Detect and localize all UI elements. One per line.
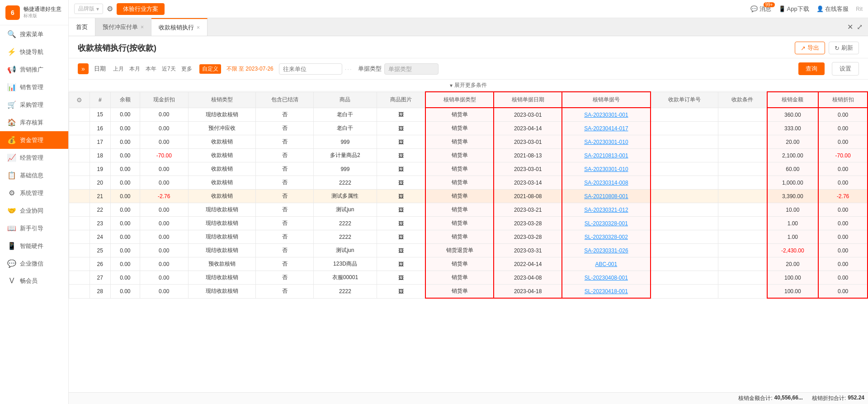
sidebar-item-智能硬件[interactable]: 📱智能硬件	[0, 237, 68, 255]
cell-writeoff-type: 现结收款核销	[188, 217, 255, 230]
cell-amount: 360.00	[767, 108, 819, 122]
filter-bar: » 日期 上月本月本年近7天更多 自定义 不限 至 2023-07-26 ···…	[69, 58, 868, 80]
col-settings[interactable]: ⚙	[69, 92, 90, 108]
cell-discount: 0.00	[818, 257, 868, 271]
sidebar-item-营销推广[interactable]: 📢营销推广	[0, 61, 68, 78]
query-button[interactable]: 查询	[798, 62, 825, 75]
cell-product: 2222	[314, 217, 377, 230]
tab-prepay[interactable]: 预付冲应付单 ×	[95, 18, 151, 36]
cell-doc-no[interactable]: SL-20230328-001	[562, 217, 651, 230]
sidebar-item-库存核算[interactable]: 🏠库存核算	[0, 114, 68, 131]
tab-writeoff[interactable]: 收款核销执行 ×	[151, 18, 208, 36]
solution-button[interactable]: 体验行业方案	[117, 3, 165, 15]
cell-doc-no[interactable]: SA-20230321-012	[562, 203, 651, 217]
cell-payment-cond	[718, 203, 767, 217]
cell-doc-type: 销货单	[425, 149, 494, 162]
doctype-select[interactable]: 单据类型	[384, 63, 439, 75]
cell-product: 999	[314, 162, 377, 176]
cell-balance: 0.00	[110, 135, 140, 149]
online-service-link[interactable]: 👤 在线客服	[816, 5, 849, 13]
sidebar-item-销售管理[interactable]: 📊销售管理	[0, 78, 68, 96]
cell-payment-cond	[718, 176, 767, 190]
cell-amount: 1.00	[767, 230, 819, 244]
sidebar-item-企业协同[interactable]: 🤝企业协同	[0, 202, 68, 219]
footer-discount-value: 952.24	[848, 394, 864, 402]
cell-discount: 0.00	[818, 271, 868, 285]
cell-payment-cond	[718, 285, 767, 299]
cell-doc-no[interactable]: ABC-001	[562, 257, 651, 271]
date-link-3[interactable]: 近7天	[160, 64, 178, 74]
sidebar-item-经营管理[interactable]: 📈经营管理	[0, 149, 68, 166]
expand-more-button[interactable]: ▾ 展开更多条件	[450, 81, 487, 89]
cell-cash-discount: 0.00	[140, 162, 188, 176]
sidebar-label-3: 销售管理	[20, 83, 43, 91]
date-link-2[interactable]: 本年	[144, 64, 158, 74]
tab-close-prepay[interactable]: ×	[141, 24, 144, 30]
cell-payment-cond	[718, 217, 767, 230]
cell-doc-no[interactable]: SL-20230328-002	[562, 230, 651, 244]
tab-home[interactable]: 首页	[69, 18, 95, 36]
cell-id: 18	[90, 149, 110, 162]
cell-doc-no[interactable]: SA-20210813-001	[562, 149, 651, 162]
date-link-1[interactable]: 本月	[127, 64, 142, 74]
footer-amount-value: 40,556,66...	[774, 394, 803, 402]
cell-doc-no[interactable]: SA-20230414-017	[562, 122, 651, 135]
cell-doc-no[interactable]: SL-20230418-001	[562, 285, 651, 299]
cell-discount: 0.00	[818, 135, 868, 149]
topbar-settings-icon[interactable]: ⚙	[107, 5, 113, 13]
refresh-button[interactable]: ↻ 刷新	[829, 42, 859, 54]
cell-include-cleared: 否	[255, 135, 313, 149]
refresh-icon: ↻	[835, 45, 840, 52]
col-header-1: 现金折扣	[140, 92, 188, 108]
cell-balance: 0.00	[110, 257, 140, 271]
chevron-down-icon: ▾	[96, 6, 99, 12]
cell-doc-date: 2023-03-01	[494, 162, 562, 176]
col-header-8: 核销单据号	[562, 92, 651, 108]
cell-doc-no[interactable]: SA-20210808-001	[562, 190, 651, 203]
sidebar-item-搜索菜单[interactable]: 🔍搜索菜单	[0, 25, 68, 43]
sidebar-icon-2: 📢	[7, 65, 16, 74]
cell-payment-cond	[718, 108, 767, 122]
cell-payment-cond	[718, 244, 767, 257]
table-row: 200.000.00收款核销否2222🖼销货单2023-03-14SA-2023…	[69, 176, 868, 190]
cell-discount: 0.00	[818, 244, 868, 257]
cell-doc-type: 销货单	[425, 285, 494, 299]
col-header-0: 余额	[110, 92, 140, 108]
sidebar-item-企业微信[interactable]: 💬企业微信	[0, 255, 68, 272]
custom-date-link[interactable]: 自定义	[199, 64, 221, 74]
sidebar-label-12: 智能硬件	[20, 242, 43, 250]
partner-input[interactable]	[279, 63, 342, 75]
cell-amount: 20.00	[767, 257, 819, 271]
sidebar-item-快捷导航[interactable]: ⚡快捷导航	[0, 43, 68, 61]
cell-doc-no[interactable]: SA-20230301-010	[562, 135, 651, 149]
cell-rownum	[69, 135, 90, 149]
export-button[interactable]: ↗ 导出	[795, 42, 825, 54]
sidebar-item-系统管理[interactable]: ⚙系统管理	[0, 184, 68, 202]
tab-close-writeoff[interactable]: ×	[197, 24, 200, 31]
filter-settings-button[interactable]: 设置	[832, 62, 859, 76]
date-link-0[interactable]: 上月	[111, 64, 126, 74]
cell-doc-type: 销货单	[425, 176, 494, 190]
brand-label: 品牌版	[78, 5, 94, 13]
footer-amount-item: 核销金额合计: 40,556,66...	[738, 394, 803, 402]
message-button[interactable]: 💬 消息 99+	[750, 5, 771, 13]
cell-balance: 0.00	[110, 217, 140, 230]
sidebar-item-新手引导[interactable]: 📖新手引导	[0, 219, 68, 237]
cell-doc-no[interactable]: SA-20230301-010	[562, 162, 651, 176]
sidebar-item-基础信息[interactable]: 📋基础信息	[0, 166, 68, 184]
partner-filter-group: ···	[279, 63, 353, 75]
sidebar-item-采购管理[interactable]: 🛒采购管理	[0, 96, 68, 114]
cell-doc-no[interactable]: SL-20230408-001	[562, 271, 651, 285]
cell-doc-no[interactable]: SA-20230331-026	[562, 244, 651, 257]
close-tab-icon[interactable]: ✕	[847, 23, 853, 31]
doctype-filter-group: 单据类型 单据类型	[358, 63, 439, 75]
maximize-icon[interactable]: ⤢	[857, 23, 863, 31]
filter-toggle-button[interactable]: »	[78, 63, 89, 74]
app-download-link[interactable]: 📱 App下载	[778, 5, 809, 13]
date-link-4[interactable]: 更多	[179, 64, 194, 74]
sidebar-item-资金管理[interactable]: 💰资金管理	[0, 131, 68, 149]
sidebar-item-畅会员[interactable]: V畅会员	[0, 272, 68, 290]
cell-doc-no[interactable]: SA-20230301-001	[562, 108, 651, 122]
cell-doc-no[interactable]: SA-20230314-008	[562, 176, 651, 190]
table-row: 240.000.00现结收款核销否2222🖼销货单2023-03-28SL-20…	[69, 230, 868, 244]
